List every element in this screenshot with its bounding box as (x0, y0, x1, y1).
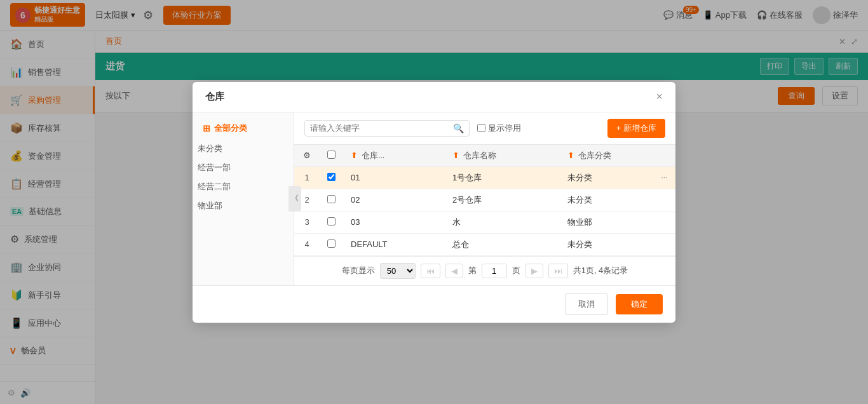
sort-icon2: ⬆ (452, 151, 459, 160)
col-category: 未分类 (560, 233, 675, 255)
col-header-name: ⬆ 仓库名称 (445, 145, 560, 167)
col-code: 01 (343, 166, 445, 189)
col-checkbox (320, 211, 343, 233)
category-item-unclassified[interactable]: 未分类 (193, 139, 294, 158)
sort-icon3: ⬆ (567, 151, 574, 160)
all-category-item[interactable]: ⊞ 全部分类 (193, 118, 294, 139)
col-num: 4 (294, 233, 320, 255)
page-prev-btn[interactable]: ◀ (445, 264, 463, 278)
dialog-toolbar: 🔍 显示停用 + 新增仓库 (294, 112, 675, 145)
modal-overlay: 仓库 × ⊞ 全部分类 未分类 经营一部 经营二部 物业部 《 (0, 0, 868, 404)
show-disabled-label[interactable]: 显示停用 (477, 123, 521, 134)
per-page-label: 每页显示 (342, 265, 375, 276)
cancel-btn[interactable]: 取消 (565, 293, 608, 315)
search-input[interactable] (310, 123, 449, 133)
row-actions[interactable]: ··· (661, 172, 668, 182)
dialog-close-btn[interactable]: × (656, 91, 663, 102)
col-header-gear: ⚙ (294, 145, 320, 167)
table-row[interactable]: 3 03 水 物业部 (294, 211, 675, 233)
pagination: 每页显示 50 10 20 100 ⏮ ◀ 第 页 ▶ ⏭ 共1页, 4条记录 (294, 256, 675, 285)
col-category: 物业部 (560, 211, 675, 233)
table-row[interactable]: 1 01 1号仓库 未分类··· (294, 166, 675, 189)
add-warehouse-btn[interactable]: + 新增仓库 (607, 119, 665, 138)
row-checkbox[interactable] (327, 195, 336, 203)
col-name: 1号仓库 (445, 166, 560, 189)
table-row[interactable]: 2 02 2号仓库 未分类 (294, 189, 675, 211)
col-category: 未分类 (560, 189, 675, 211)
col-header-category: ⬆ 仓库分类 (560, 145, 675, 167)
page-label: 第 (468, 265, 477, 276)
page-last-btn[interactable]: ⏭ (548, 264, 568, 278)
search-icon: 🔍 (453, 123, 464, 133)
page-input[interactable] (482, 264, 507, 278)
confirm-btn[interactable]: 确定 (616, 294, 663, 314)
dialog-footer: 取消 确定 (193, 285, 675, 323)
category-panel: ⊞ 全部分类 未分类 经营一部 经营二部 物业部 《 (193, 112, 294, 285)
warehouse-dialog: 仓库 × ⊞ 全部分类 未分类 经营一部 经营二部 物业部 《 (193, 82, 675, 323)
page-first-btn[interactable]: ⏮ (421, 264, 440, 278)
page-next-btn[interactable]: ▶ (526, 264, 543, 278)
select-all-checkbox[interactable] (327, 151, 336, 159)
row-checkbox[interactable] (327, 239, 336, 248)
page-suffix: 页 (512, 265, 520, 276)
col-category: 未分类··· (560, 166, 675, 189)
col-name: 水 (445, 211, 560, 233)
gear-col-icon[interactable]: ⚙ (303, 151, 311, 160)
col-name: 总仓 (445, 233, 560, 255)
search-box: 🔍 (304, 120, 470, 137)
dialog-title: 仓库 (205, 91, 224, 103)
row-checkbox[interactable] (327, 217, 336, 226)
category-item-ops2[interactable]: 经营二部 (193, 177, 294, 196)
warehouse-table: ⚙ ⬆ 仓库... ⬆ (294, 145, 675, 256)
col-num: 3 (294, 211, 320, 233)
sort-icon: ⬆ (351, 151, 358, 160)
warehouse-table-wrap: ⚙ ⬆ 仓库... ⬆ (294, 145, 675, 256)
col-code: 02 (343, 189, 445, 211)
col-checkbox (320, 233, 343, 255)
category-collapse-btn[interactable]: 《 (288, 186, 301, 212)
category-item-ops1[interactable]: 经营一部 (193, 158, 294, 177)
category-item-property[interactable]: 物业部 (193, 196, 294, 215)
all-category-label: 全部分类 (214, 123, 247, 134)
table-row[interactable]: 4 DEFAULT 总仓 未分类 (294, 233, 675, 255)
col-header-checkbox (320, 145, 343, 167)
total-info: 共1页, 4条记录 (573, 265, 628, 276)
dialog-body: ⊞ 全部分类 未分类 经营一部 经营二部 物业部 《 🔍 (193, 112, 675, 285)
col-code: 03 (343, 211, 445, 233)
col-checkbox (320, 189, 343, 211)
grid-icon: ⊞ (203, 123, 210, 133)
per-page-select[interactable]: 50 10 20 100 (380, 263, 416, 279)
col-checkbox (320, 166, 343, 189)
col-name: 2号仓库 (445, 189, 560, 211)
show-disabled-checkbox[interactable] (477, 124, 485, 132)
dialog-header: 仓库 × (193, 82, 675, 112)
col-header-code: ⬆ 仓库... (343, 145, 445, 167)
dialog-right-panel: 🔍 显示停用 + 新增仓库 ⚙ (294, 112, 675, 285)
row-checkbox[interactable] (327, 173, 336, 181)
col-code: DEFAULT (343, 233, 445, 255)
